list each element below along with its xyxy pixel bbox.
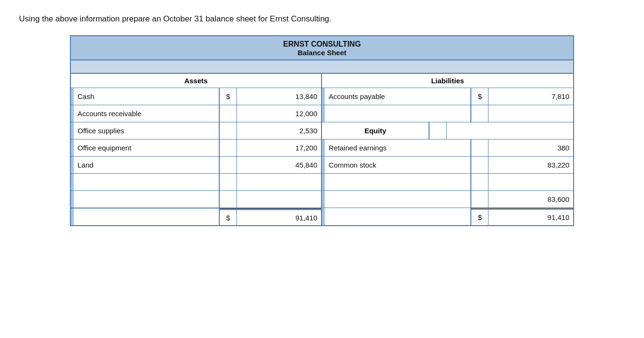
assets-total-dollar: $: [220, 209, 237, 225]
asset-amount-1: 12,000: [237, 105, 321, 122]
liab-total-dollar: $: [471, 208, 488, 225]
intro-text: Using the above information prepare an O…: [19, 14, 625, 24]
table-row: [322, 174, 573, 191]
asset-label-1: Accounts receivable: [71, 105, 220, 122]
liab-amount-1: [488, 105, 573, 122]
sheet-title: Balance Sheet: [73, 49, 571, 57]
table-row: [71, 191, 321, 208]
equity-amount-0: 380: [488, 139, 573, 156]
assets-header-section: Assets: [71, 74, 322, 88]
equity-amount-2: [488, 174, 573, 190]
bs-header: ERNST CONSULTING Balance Sheet: [71, 36, 573, 60]
table-row: Accounts payable $ 7,810: [322, 88, 573, 105]
liab-dollar-1: [471, 105, 488, 122]
asset-amount-6: [237, 191, 321, 208]
table-row: [71, 174, 321, 191]
asset-dollar-2: [220, 122, 237, 139]
table-row: Office supplies 2,530: [71, 122, 321, 139]
bs-subheader: [71, 60, 573, 74]
company-name: ERNST CONSULTING: [73, 40, 571, 49]
table-row: Land 45,840: [71, 157, 321, 174]
equity-subtotal-dollar: [471, 191, 488, 208]
equity-header-amount: [447, 122, 573, 139]
assets-col-header: Assets: [71, 74, 321, 88]
equity-label-2: [322, 174, 471, 190]
table-row: Common stock 83,220: [322, 157, 573, 174]
table-row: Retained earnings 380: [322, 139, 573, 157]
assets-total-amount: 91,410: [237, 209, 321, 225]
liabilities-col-header: Liabilities: [322, 74, 573, 88]
liab-amount-0: 7,810: [488, 88, 573, 105]
bs-body: Cash $ 13,840 Accounts receivable 12,000…: [71, 88, 573, 225]
asset-dollar-4: [220, 157, 237, 173]
asset-dollar-1: [220, 105, 237, 122]
col-headers: Assets Liabilities: [71, 74, 573, 88]
balance-sheet: ERNST CONSULTING Balance Sheet Assets Li…: [70, 35, 574, 226]
table-row: Office equipment 17,200: [71, 139, 321, 157]
asset-label-6: [71, 191, 220, 208]
liabilities-header-section: Liabilities: [322, 74, 573, 88]
equity-subtotal-row: 83,600: [322, 191, 573, 208]
asset-label-4: Land: [71, 157, 220, 173]
liabilities-total-row: $ 91,410: [322, 208, 573, 225]
liab-dollar-0: $: [471, 88, 488, 105]
equity-subtotal-amount: 83,600: [488, 191, 573, 208]
asset-label-2: Office supplies: [71, 122, 220, 139]
equity-dollar-2: [471, 174, 488, 190]
equity-header: Equity: [322, 122, 429, 139]
liabilities-column: Accounts payable $ 7,810 Equity Retained…: [322, 88, 573, 225]
equity-dollar-0: [471, 139, 488, 156]
asset-amount-5: [237, 174, 321, 190]
assets-column: Cash $ 13,840 Accounts receivable 12,000…: [71, 88, 322, 225]
table-row: [322, 105, 573, 122]
asset-dollar-0: $: [220, 88, 237, 105]
equity-label-0: Retained earnings: [322, 139, 471, 156]
table-row: Accounts receivable 12,000: [71, 105, 321, 122]
asset-label-0: Cash: [71, 88, 220, 105]
table-row: Cash $ 13,840: [71, 88, 321, 105]
equity-subtotal-label: [322, 191, 471, 208]
asset-amount-2: 2,530: [237, 122, 321, 139]
asset-label-3: Office equipment: [71, 139, 220, 156]
asset-dollar-3: [220, 139, 237, 156]
liab-label-0: Accounts payable: [322, 88, 471, 105]
equity-amount-1: 83,220: [488, 157, 573, 173]
assets-total-row: $ 91,410: [71, 208, 321, 225]
table-row: Equity: [322, 122, 573, 139]
asset-amount-3: 17,200: [237, 139, 321, 156]
asset-label-5: [71, 174, 220, 190]
assets-total-label: [71, 209, 220, 225]
liab-total-label: [322, 208, 471, 225]
equity-header-dollar: [429, 122, 447, 139]
asset-dollar-5: [220, 174, 237, 190]
liab-label-1: [322, 105, 471, 122]
equity-dollar-1: [471, 157, 488, 173]
asset-amount-4: 45,840: [237, 157, 321, 173]
asset-amount-0: 13,840: [237, 88, 321, 105]
equity-label-1: Common stock: [322, 157, 471, 173]
asset-dollar-6: [220, 191, 237, 208]
liab-total-amount: 91,410: [488, 208, 573, 225]
